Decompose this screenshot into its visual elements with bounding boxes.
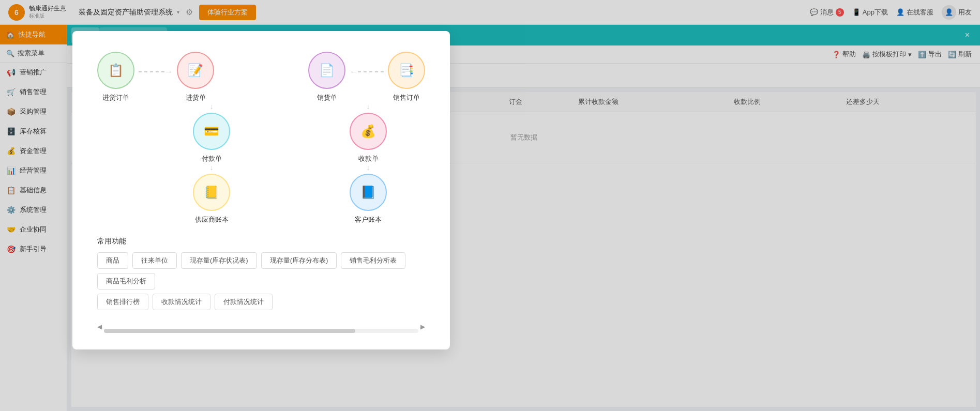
flow-arrows-down-row2: ↓ ↓ <box>97 163 425 172</box>
func-buttons-row1: 商品 往来单位 现存量(库存状况表) 现存量(库存分布表) 销售毛利分析表 商品… <box>97 252 425 290</box>
supplier-ledger-label: 供应商账本 <box>195 215 229 224</box>
customer-ledger-circle[interactable]: 📘 <box>350 174 387 211</box>
common-functions-title: 常用功能 <box>97 237 425 246</box>
receipt-circle[interactable]: 💰 <box>350 113 387 150</box>
node-sale-slip[interactable]: 📄 销货单 <box>308 52 345 102</box>
arrow-down-2: ↓ <box>350 102 387 111</box>
purchase-slip-label: 进货单 <box>186 93 206 102</box>
scroll-left-icon[interactable]: ◀ <box>97 323 102 330</box>
arrow-down-sale-icon: ↓ <box>367 102 370 111</box>
arrow-left-icon: ← <box>350 67 358 77</box>
func-btn-sales-margin[interactable]: 销售毛利分析表 <box>341 252 405 269</box>
dashed-line-2 <box>358 71 384 72</box>
arrow-down-payment: ↓ <box>193 163 230 172</box>
spacer-middle2 <box>230 163 350 172</box>
func-buttons-row2: 销售排行榜 收款情况统计 付款情况统计 <box>97 294 425 310</box>
payment-label: 付款单 <box>202 154 222 163</box>
func-btn-product-margin[interactable]: 商品毛利分析 <box>97 273 155 290</box>
func-btn-stock-status[interactable]: 现存量(库存状况表) <box>181 252 257 269</box>
func-btn-counterpart[interactable]: 往来单位 <box>132 252 177 269</box>
customer-ledger-label: 客户账本 <box>355 215 382 224</box>
arrow-down-payment-icon: ↓ <box>210 163 214 172</box>
arrow-right: → <box>134 67 177 77</box>
arrow-down-1: ↓ <box>193 102 230 111</box>
flow-row-2: 💳 付款单 💰 收款单 <box>97 113 425 163</box>
arrow-right-icon: → <box>164 67 173 77</box>
purchase-order-icon: 📋 <box>108 63 124 78</box>
sale-order-icon: 📑 <box>399 63 414 78</box>
func-btn-receipt-stat[interactable]: 收款情况统计 <box>153 294 210 310</box>
node-sale-order[interactable]: 📑 销售订单 <box>388 52 425 102</box>
popup-scrollbar-container: ◀ ▶ <box>85 321 438 337</box>
payment-icon: 💳 <box>204 124 219 139</box>
sale-order-circle[interactable]: 📑 <box>388 52 425 89</box>
func-btn-sales-rank[interactable]: 销售排行榜 <box>97 294 148 310</box>
node-receipt[interactable]: 💰 收款单 <box>350 113 387 163</box>
purchase-slip-icon: 📝 <box>188 63 203 78</box>
node-purchase-order[interactable]: 📋 进货订单 <box>97 52 134 102</box>
node-customer-ledger[interactable]: 📘 客户账本 <box>350 174 387 224</box>
flow-row-3: 📒 供应商账本 📘 客户账本 <box>97 174 425 224</box>
sale-slip-label: 销货单 <box>317 93 337 102</box>
flow-row-1: 📋 进货订单 → 📝 进货单 📄 <box>97 52 425 102</box>
popup-dialog: 📋 进货订单 → 📝 进货单 📄 <box>72 31 450 349</box>
arrow-down-receipt-icon: ↓ <box>367 163 370 172</box>
arrow-left: ← <box>345 67 388 77</box>
spacer-arrow2-left <box>97 163 193 172</box>
spacer-middle <box>230 102 350 111</box>
spacer-arrow-left <box>97 102 193 111</box>
purchase-order-label: 进货订单 <box>102 93 129 102</box>
supplier-ledger-icon: 📒 <box>204 185 219 200</box>
app-container: 6 畅康通好生意 标准版 装备及固定资产辅助管理系统 ▾ ⚙ 体验行业方案 💬 … <box>0 0 980 411</box>
sale-slip-circle[interactable]: 📄 <box>308 52 345 89</box>
customer-ledger-icon: 📘 <box>360 185 376 200</box>
sale-slip-icon: 📄 <box>319 63 335 78</box>
arrow-down-receipt: ↓ <box>350 163 387 172</box>
node-payment[interactable]: 💳 付款单 <box>193 113 230 163</box>
payment-circle[interactable]: 💳 <box>193 113 230 150</box>
scroll-right-icon[interactable]: ▶ <box>420 323 425 330</box>
popup-scrollbar[interactable] <box>104 329 418 333</box>
flow-diagram-area: 📋 进货订单 → 📝 进货单 📄 <box>85 43 438 233</box>
dashed-line-1 <box>139 71 164 72</box>
node-supplier-ledger[interactable]: 📒 供应商账本 <box>193 174 230 224</box>
popup-scrollbar-thumb <box>104 329 355 333</box>
receipt-icon: 💰 <box>360 124 376 139</box>
purchase-order-circle[interactable]: 📋 <box>97 52 134 89</box>
purchase-slip-circle[interactable]: 📝 <box>177 52 214 89</box>
func-btn-payment-stat[interactable]: 付款情况统计 <box>215 294 273 310</box>
flow-arrows-down-row: ↓ ↓ <box>97 102 425 111</box>
receipt-label: 收款单 <box>358 154 379 163</box>
func-btn-stock-dist[interactable]: 现存量(库存分布表) <box>261 252 337 269</box>
arrow-down-purchase-icon: ↓ <box>210 102 214 111</box>
supplier-ledger-circle[interactable]: 📒 <box>193 174 230 211</box>
sale-order-label: 销售订单 <box>393 93 420 102</box>
node-purchase-slip[interactable]: 📝 进货单 <box>177 52 214 102</box>
common-functions-section: 常用功能 商品 往来单位 现存量(库存状况表) 现存量(库存分布表) 销售毛利分… <box>85 237 438 316</box>
func-btn-product[interactable]: 商品 <box>97 252 128 269</box>
